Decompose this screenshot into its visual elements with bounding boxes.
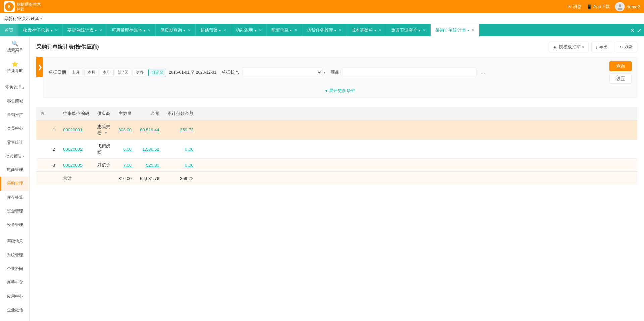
tab-yaoqing[interactable]: 邀请下游客户 ▾ ✕ bbox=[386, 24, 431, 36]
row-code: 00020001 bbox=[59, 120, 93, 140]
sidebar-item-batch[interactable]: 批发管理 ▼ bbox=[0, 149, 29, 163]
status-select[interactable] bbox=[242, 68, 322, 77]
user-avatar[interactable]: demo2 bbox=[615, 2, 640, 11]
status-filter-group: 单据状态 ▾ bbox=[222, 68, 325, 77]
print-arrow-icon: ▾ bbox=[582, 45, 584, 50]
sidebar-item-retail-shop[interactable]: 零售商城 bbox=[0, 94, 29, 108]
sidebar-item-marketing[interactable]: 营销推广 bbox=[0, 108, 29, 122]
logo-text: 畅捷通好生意 标版 bbox=[17, 2, 41, 11]
nav-tabs-end: ✕ ⤢ bbox=[627, 24, 644, 36]
tab-close-icon[interactable]: ✕ bbox=[339, 29, 341, 32]
tab-close-icon[interactable]: ✕ bbox=[423, 29, 426, 32]
date-btn-7days[interactable]: 近7天 bbox=[115, 69, 131, 76]
col-settings: ⚙ bbox=[36, 107, 49, 120]
tab-peizhi[interactable]: 配置信息 ▾ ✕ bbox=[267, 24, 302, 36]
sidebar-item-operation[interactable]: 经营管理 bbox=[0, 218, 29, 232]
tab-close-icon[interactable]: ✕ bbox=[188, 29, 191, 32]
footer-paid: 259.72 bbox=[163, 172, 198, 185]
table-settings-icon[interactable]: ⚙ bbox=[40, 111, 45, 116]
tab-zhehuo[interactable]: 拣货任务管理 ▾ ✕ bbox=[302, 24, 346, 36]
tab-gongneng[interactable]: 功能说明 ▾ ✕ bbox=[231, 24, 267, 36]
date-custom-badge[interactable]: 自定义 bbox=[148, 69, 166, 76]
row-paid: 0.00 bbox=[163, 159, 198, 172]
footer-spacer bbox=[36, 172, 49, 185]
sidebar-item-retail-stat[interactable]: 零售统计 bbox=[0, 136, 29, 149]
goods-input[interactable] bbox=[342, 68, 476, 77]
sidebar-item-quick[interactable]: ⭐ 快捷导航 bbox=[0, 57, 29, 78]
tab-close-icon[interactable]: ✕ bbox=[294, 29, 297, 32]
date-btn-this-month[interactable]: 本月 bbox=[84, 69, 98, 76]
sidebar-item-appcenter[interactable]: 应用中心 bbox=[0, 289, 29, 303]
status-dropdown-icon: ▾ bbox=[324, 71, 325, 74]
tab-yaohuo[interactable]: 要货单统计表 ▾ ✕ bbox=[63, 24, 107, 36]
goods-more-icon[interactable]: … bbox=[479, 70, 486, 75]
sidebar-item-system[interactable]: 系统管理 bbox=[0, 248, 29, 262]
filter-toggle-btn[interactable]: ❯ bbox=[36, 57, 43, 77]
sidebar-item-retail[interactable]: 零售管理 ▲ bbox=[0, 81, 29, 94]
row-spacer bbox=[198, 159, 637, 172]
date-btn-group: 上月 本月 本年 近7天 更多 自定义 bbox=[69, 69, 166, 76]
tab-arrow-icon: ▾ bbox=[290, 29, 292, 32]
refresh-button[interactable]: ↻ 刷新 bbox=[615, 42, 637, 52]
sidebar: 🔍 搜索菜单 ⭐ 快捷导航 零售管理 ▲ 零售商城 营销推广 会员中心 bbox=[0, 36, 30, 321]
tab-chengben[interactable]: 成本调整单 ▾ ✕ bbox=[346, 24, 386, 36]
tab-arrow-icon: ▾ bbox=[51, 29, 52, 32]
row-settings bbox=[36, 159, 49, 172]
col-code: 往来单位编码 bbox=[59, 107, 93, 120]
sidebar-item-newguide[interactable]: 新手引导 bbox=[0, 276, 29, 289]
refresh-icon: ↻ bbox=[619, 45, 623, 50]
expand-all-icon[interactable]: ⤢ bbox=[637, 27, 641, 34]
row-supplier: 好孩子 bbox=[93, 159, 114, 172]
tab-close-icon[interactable]: ✕ bbox=[472, 29, 474, 32]
date-btn-this-year[interactable]: 本年 bbox=[100, 69, 114, 76]
col-spacer bbox=[198, 107, 637, 120]
tab-caigou[interactable]: 采购订单统计表 ▾ ✕ bbox=[431, 24, 479, 36]
col-paid: 累计付款金额 bbox=[163, 107, 198, 120]
date-btn-last-month[interactable]: 上月 bbox=[69, 69, 83, 76]
workspace-selector[interactable]: 母婴行业演示账套 ▾ bbox=[4, 16, 42, 22]
tab-close-icon[interactable]: ✕ bbox=[148, 29, 151, 32]
row-code: 00020005 bbox=[59, 159, 93, 172]
close-all-icon[interactable]: ✕ bbox=[630, 27, 634, 34]
tab-shoufahui[interactable]: 收发存汇总表 ▾ ✕ bbox=[18, 24, 63, 36]
workspace-arrow-icon: ▾ bbox=[40, 17, 42, 20]
tab-close-icon[interactable]: ✕ bbox=[259, 29, 262, 32]
main-layout: 🔍 搜索菜单 ⭐ 快捷导航 零售管理 ▲ 零售商城 营销推广 会员中心 bbox=[0, 36, 644, 321]
export-button[interactable]: ↓ 导出 bbox=[591, 42, 612, 52]
sidebar-item-wechat[interactable]: 企业微信 bbox=[0, 303, 29, 317]
tab-arrow-icon: ▾ bbox=[419, 29, 420, 32]
tab-close-icon[interactable]: ✕ bbox=[55, 29, 58, 32]
sidebar-item-finance[interactable]: 资金管理 bbox=[0, 204, 29, 218]
query-button[interactable]: 查询 bbox=[609, 61, 632, 71]
sidebar-item-vip[interactable]: 畅会员 bbox=[0, 317, 29, 321]
row-settings bbox=[36, 120, 49, 140]
date-filter-group: 单据日期 上月 本月 本年 近7天 更多 自定义 bbox=[49, 69, 216, 76]
logo-icon: 6 bbox=[4, 1, 15, 12]
tab-keyongliang[interactable]: 可用量库存账本 ▾ ✕ bbox=[107, 24, 156, 36]
sidebar-item-stock[interactable]: 库存核算 bbox=[0, 191, 29, 204]
sidebar-item-purchase[interactable]: 采购管理 bbox=[0, 177, 29, 191]
tab-home[interactable]: 首页 bbox=[0, 24, 18, 36]
sidebar-item-ecom[interactable]: 电商管理 bbox=[0, 163, 29, 177]
print-button[interactable]: 🖨 按模板打印 ▾ bbox=[549, 42, 589, 52]
sidebar-item-member[interactable]: 会员中心 bbox=[0, 122, 29, 136]
date-btn-more[interactable]: 更多 bbox=[133, 69, 147, 76]
setting-button[interactable]: 设置 bbox=[609, 73, 632, 84]
sidebar-item-enterprise[interactable]: 企业协同 bbox=[0, 262, 29, 276]
row-seq: 1 bbox=[49, 120, 59, 140]
message-btn[interactable]: ✉ 消息 bbox=[568, 4, 581, 10]
expand-more-btn[interactable]: ▾ 展开更多条件 bbox=[325, 88, 355, 94]
app-download-btn[interactable]: 📱 App下载 bbox=[587, 4, 610, 10]
tab-close-icon[interactable]: ✕ bbox=[379, 29, 381, 32]
tab-close-icon[interactable]: ✕ bbox=[99, 29, 102, 32]
svg-point-2 bbox=[619, 4, 621, 7]
tab-baoquan[interactable]: 保质期查询 ▾ ✕ bbox=[156, 24, 196, 36]
sidebar-item-search[interactable]: 🔍 搜索菜单 bbox=[0, 36, 29, 57]
table-row: 1 00020001 惠氏奶粉 ▼ 303.00 60,519.44 259.7… bbox=[36, 120, 637, 140]
tab-close-icon[interactable]: ✕ bbox=[223, 29, 226, 32]
col-supplier: 供应商 bbox=[93, 107, 114, 120]
print-icon: 🖨 bbox=[553, 45, 557, 50]
sidebar-item-basic[interactable]: 基础信息 bbox=[0, 234, 29, 248]
tab-chaochuyu[interactable]: 超储预警 ▾ ✕ bbox=[196, 24, 231, 36]
expand-row-icon[interactable]: ▼ bbox=[104, 131, 108, 135]
